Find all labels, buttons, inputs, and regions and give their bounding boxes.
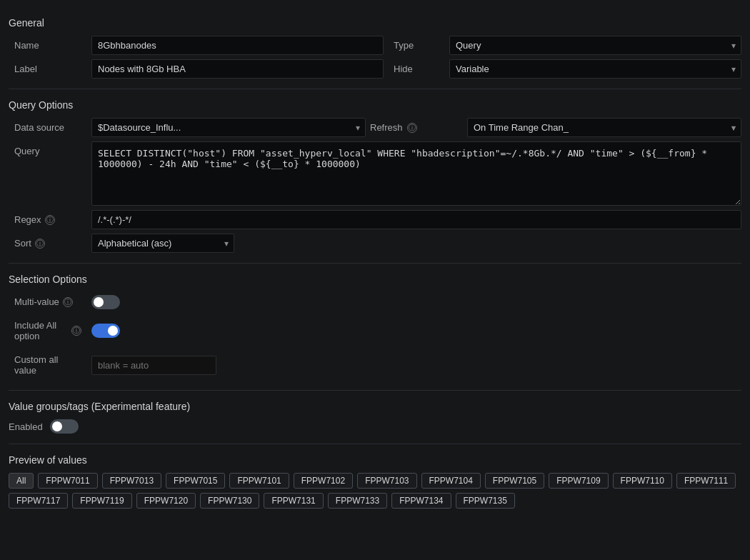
preview-tag[interactable]: FPPW7130 bbox=[200, 493, 259, 509]
preview-tag[interactable]: FPPW7131 bbox=[264, 493, 323, 509]
type-select-wrap: Query bbox=[449, 36, 741, 55]
multi-value-toggle[interactable] bbox=[91, 295, 120, 309]
query-textarea[interactable]: SELECT DISTINCT("host") FROM "asset_hype… bbox=[91, 141, 741, 206]
hide-select-wrap: Variable bbox=[449, 59, 741, 79]
preview-tag[interactable]: FPPW7011 bbox=[38, 473, 97, 489]
preview-tag[interactable]: FPPW7111 bbox=[676, 473, 736, 489]
multi-value-slider bbox=[91, 295, 120, 309]
preview-title: Preview of values bbox=[9, 454, 741, 466]
datasource-label: Data source bbox=[9, 118, 87, 137]
refresh-wrap: Refresh ⓘ bbox=[370, 122, 463, 133]
general-title: General bbox=[9, 17, 741, 29]
preview-tag[interactable]: FPPW7105 bbox=[485, 473, 544, 489]
selection-options-section: Selection Options Multi-value ⓘ Include … bbox=[9, 274, 741, 380]
name-label: Name bbox=[9, 36, 87, 55]
value-groups-section: Value groups/tags (Experimental feature)… bbox=[9, 401, 741, 434]
type-label: Type bbox=[388, 36, 445, 55]
regex-label: Regex ⓘ bbox=[9, 210, 87, 229]
include-all-row: Include All option ⓘ bbox=[9, 316, 741, 346]
custom-all-label: Custom all value bbox=[9, 350, 87, 380]
refresh-info-icon[interactable]: ⓘ bbox=[407, 123, 417, 133]
query-label: Query bbox=[9, 141, 87, 161]
label-input-wrap bbox=[91, 59, 384, 79]
sort-select-wrap: Alphabetical (asc) bbox=[91, 234, 234, 253]
sort-info-icon[interactable]: ⓘ bbox=[35, 239, 45, 249]
preview-tag[interactable]: FPPW7104 bbox=[421, 473, 481, 489]
include-all-slider bbox=[91, 324, 120, 338]
preview-tag[interactable]: FPPW7120 bbox=[136, 493, 196, 509]
preview-tag[interactable]: FPPW7134 bbox=[391, 493, 451, 509]
type-select[interactable]: Query bbox=[449, 36, 741, 55]
on-time-select[interactable]: On Time Range Chan_ bbox=[467, 118, 741, 137]
label-label: Label bbox=[9, 59, 87, 79]
preview-tag[interactable]: FPPW7013 bbox=[102, 473, 161, 489]
preview-tag[interactable]: All bbox=[9, 473, 34, 489]
custom-all-input[interactable] bbox=[91, 356, 216, 375]
include-all-label: Include All option ⓘ bbox=[9, 316, 87, 346]
multi-value-row: Multi-value ⓘ bbox=[9, 292, 741, 311]
datasource-select-wrap: $Datasource_Influ... bbox=[91, 118, 366, 137]
preview-tag[interactable]: FPPW7103 bbox=[357, 473, 416, 489]
preview-tag[interactable]: FPPW7101 bbox=[229, 473, 289, 489]
value-groups-toggle[interactable] bbox=[50, 419, 79, 434]
hide-label: Hide bbox=[388, 59, 445, 79]
preview-tag[interactable]: FPPW7102 bbox=[294, 473, 353, 489]
hide-select[interactable]: Variable bbox=[449, 59, 741, 79]
preview-tag[interactable]: FPPW7109 bbox=[549, 473, 608, 489]
selection-options-title: Selection Options bbox=[9, 274, 741, 285]
general-form-row1: Name Type Query bbox=[9, 36, 741, 55]
on-time-select-wrap: On Time Range Chan_ ▾ bbox=[467, 118, 741, 137]
multi-value-label: Multi-value ⓘ bbox=[9, 292, 87, 311]
include-all-toggle[interactable] bbox=[91, 324, 120, 338]
sort-label: Sort ⓘ bbox=[9, 234, 87, 253]
datasource-select[interactable]: $Datasource_Influ... bbox=[91, 118, 366, 137]
refresh-label: Refresh bbox=[370, 122, 403, 133]
value-groups-slider bbox=[50, 419, 79, 434]
name-input[interactable] bbox=[91, 36, 384, 55]
query-row: Query SELECT DISTINCT("host") FROM "asse… bbox=[9, 141, 741, 206]
preview-tag[interactable]: FPPW7117 bbox=[9, 493, 68, 509]
regex-info-icon[interactable]: ⓘ bbox=[45, 215, 55, 225]
general-form-row2: Label Hide Variable bbox=[9, 59, 741, 79]
sort-select[interactable]: Alphabetical (asc) bbox=[91, 234, 234, 253]
general-section: General Name Type Query Label Hide Varia… bbox=[9, 17, 741, 79]
preview-tag[interactable]: FPPW7015 bbox=[166, 473, 225, 489]
regex-row: Regex ⓘ bbox=[9, 210, 741, 229]
regex-input[interactable] bbox=[91, 210, 741, 229]
name-input-wrap bbox=[91, 36, 384, 55]
multi-info-icon[interactable]: ⓘ bbox=[63, 297, 73, 307]
preview-tag[interactable]: FPPW7119 bbox=[72, 493, 131, 509]
query-options-section: Query Options Data source $Datasource_In… bbox=[9, 99, 741, 253]
preview-tags-container: AllFPPW7011FPPW7013FPPW7015FPPW7101FPPW7… bbox=[9, 473, 741, 509]
value-groups-title: Value groups/tags (Experimental feature) bbox=[9, 401, 741, 412]
preview-tag[interactable]: FPPW7135 bbox=[456, 493, 515, 509]
enabled-row: Enabled bbox=[9, 419, 741, 434]
preview-tag[interactable]: FPPW7110 bbox=[613, 473, 672, 489]
preview-section: Preview of values AllFPPW7011FPPW7013FPP… bbox=[9, 454, 741, 509]
query-options-title: Query Options bbox=[9, 99, 741, 111]
include-all-info-icon[interactable]: ⓘ bbox=[71, 326, 81, 336]
preview-tag[interactable]: FPPW7133 bbox=[328, 493, 387, 509]
enabled-label: Enabled bbox=[9, 421, 43, 432]
datasource-row: Data source $Datasource_Influ... Refresh… bbox=[9, 118, 741, 137]
label-input[interactable] bbox=[91, 59, 384, 79]
sort-row: Sort ⓘ Alphabetical (asc) bbox=[9, 234, 741, 253]
custom-all-row: Custom all value bbox=[9, 350, 741, 380]
